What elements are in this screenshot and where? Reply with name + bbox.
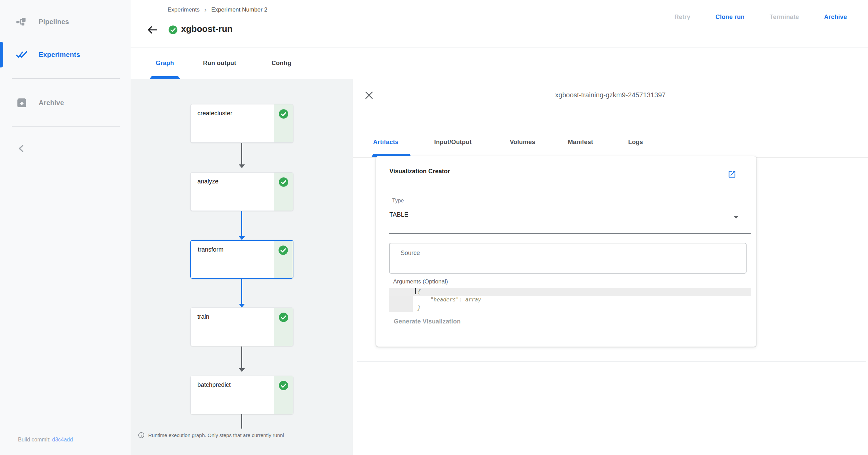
node-status-strip: [274, 376, 293, 414]
tab-label: Run output: [203, 60, 236, 67]
sidebar-item-label: Archive: [39, 99, 64, 107]
edge-arrowhead: [239, 368, 245, 372]
archive-icon: [16, 97, 28, 109]
node-status-strip: [274, 104, 293, 142]
graph-node-train[interactable]: train: [190, 308, 293, 346]
tab-active-indicator: [150, 76, 180, 79]
retry-button[interactable]: Retry: [674, 14, 690, 21]
node-label: transform: [198, 246, 224, 253]
execution-graph-panel: createcluster analyze transform: [131, 79, 353, 455]
node-label: batchpredict: [197, 381, 231, 389]
sidebar-item-experiments[interactable]: Experiments: [0, 42, 131, 67]
node-label: createcluster: [197, 110, 232, 117]
node-status-strip: [274, 173, 293, 211]
source-field: [389, 243, 747, 274]
node-label: train: [197, 313, 209, 320]
tab-label: Config: [271, 60, 291, 67]
visualization-creator-card: Visualization Creator Type TABLE Argumen…: [376, 156, 756, 347]
graph-node-batchpredict[interactable]: batchpredict: [190, 376, 293, 414]
source-input[interactable]: [401, 250, 733, 257]
card-title: Visualization Creator: [389, 168, 450, 175]
success-check-icon: [278, 312, 289, 322]
editor-line-1: {: [389, 288, 751, 296]
editor-line-2: "headers": array: [430, 296, 481, 304]
step-title: xgboost-training-gzkm9-2457131397: [353, 91, 868, 99]
experiments-icon: [16, 48, 28, 61]
generate-visualization-button[interactable]: Generate Visualization: [394, 318, 461, 325]
tab-input-output[interactable]: Input/Output: [434, 139, 471, 146]
run-tabbar: Graph Run output Config: [131, 47, 868, 79]
sidebar-item-archive[interactable]: Archive: [0, 90, 131, 116]
success-check-icon: [278, 380, 289, 391]
graph-node-transform[interactable]: transform: [190, 240, 293, 279]
node-status-strip: [274, 308, 293, 346]
tab-artifacts[interactable]: Artifacts: [373, 139, 399, 146]
success-check-icon: [278, 109, 289, 119]
type-field-label: Type: [392, 198, 404, 204]
tab-config[interactable]: Config: [260, 47, 303, 79]
edge-createcluster-analyze: [241, 143, 242, 164]
sidebar: Pipelines Experiments Archive: [0, 0, 131, 455]
page-title: xgboost-run: [181, 24, 233, 34]
sidebar-item-pipelines[interactable]: Pipelines: [0, 9, 131, 35]
tab-volumes[interactable]: Volumes: [510, 139, 535, 146]
edge-analyze-transform: [241, 211, 242, 236]
graph-footnote: Runtime execution graph. Only steps that…: [138, 432, 350, 438]
pipelines-icon: [16, 16, 28, 28]
build-commit: Build commit: d3c4add: [18, 437, 73, 443]
tab-logs[interactable]: Logs: [628, 139, 643, 146]
sidebar-divider: [12, 126, 120, 127]
chevron-left-icon: [16, 149, 26, 155]
run-actions: Retry Clone run Terminate Archive: [674, 14, 847, 21]
back-button[interactable]: [147, 24, 158, 36]
graph-node-analyze[interactable]: analyze: [190, 172, 293, 211]
terminate-button[interactable]: Terminate: [770, 14, 799, 21]
sidebar-item-label: Experiments: [39, 51, 80, 59]
info-icon: [138, 432, 144, 438]
open-in-new-button[interactable]: [728, 170, 736, 179]
type-select-underline: [389, 233, 751, 234]
text-cursor: [415, 288, 416, 294]
run-status-success-icon: [168, 25, 178, 35]
content-divider: [357, 361, 866, 362]
success-check-icon: [278, 177, 289, 187]
dropdown-caret-icon[interactable]: [734, 216, 738, 219]
type-select-value[interactable]: TABLE: [389, 211, 408, 218]
edge-train-batchpredict: [241, 347, 242, 368]
editor-line-3: }: [413, 304, 421, 312]
tab-manifest[interactable]: Manifest: [568, 139, 593, 146]
node-label: analyze: [197, 178, 218, 185]
arguments-code-editor[interactable]: 1 { "headers": array }: [389, 288, 751, 312]
node-status-strip: [274, 241, 293, 278]
archive-button[interactable]: Archive: [824, 14, 847, 21]
sidebar-divider: [12, 78, 120, 79]
edge-transform-train: [241, 279, 242, 304]
graph-node-createcluster[interactable]: createcluster: [190, 104, 293, 143]
tab-label: Graph: [156, 60, 174, 67]
breadcrumb: Experiments › Experiment Number 2: [168, 6, 267, 14]
run-header: Experiments › Experiment Number 2 xgboos…: [131, 0, 868, 47]
collapse-sidebar-button[interactable]: [16, 143, 26, 154]
arguments-field-label: Arguments (Optional): [393, 278, 448, 285]
build-commit-label: Build commit:: [18, 437, 51, 442]
back-arrow-icon: [147, 31, 158, 37]
open-in-new-icon: [728, 174, 736, 180]
kubeflow-pipelines-app: Pipelines Experiments Archive: [0, 0, 868, 455]
step-detail-panel: xgboost-training-gzkm9-2457131397 Artifa…: [353, 79, 868, 455]
tab-graph[interactable]: Graph: [141, 47, 189, 79]
breadcrumb-experiments[interactable]: Experiments: [168, 6, 199, 13]
edge-batchpredict-out: [241, 414, 242, 429]
clone-run-button[interactable]: Clone run: [715, 14, 745, 21]
graph-footnote-text: Runtime execution graph. Only steps that…: [148, 432, 284, 438]
edge-arrowhead: [239, 304, 245, 308]
sidebar-item-label: Pipelines: [39, 18, 69, 26]
edge-arrowhead: [239, 236, 245, 240]
success-check-icon: [278, 245, 288, 255]
build-commit-link[interactable]: d3c4add: [52, 437, 73, 442]
tab-run-output[interactable]: Run output: [193, 47, 246, 79]
breadcrumb-experiment-number-2[interactable]: Experiment Number 2: [211, 6, 267, 13]
edge-arrowhead: [239, 164, 245, 168]
breadcrumb-separator-icon: ›: [204, 6, 206, 14]
step-tabbar: Artifacts Input/Output Volumes Manifest …: [353, 105, 868, 157]
